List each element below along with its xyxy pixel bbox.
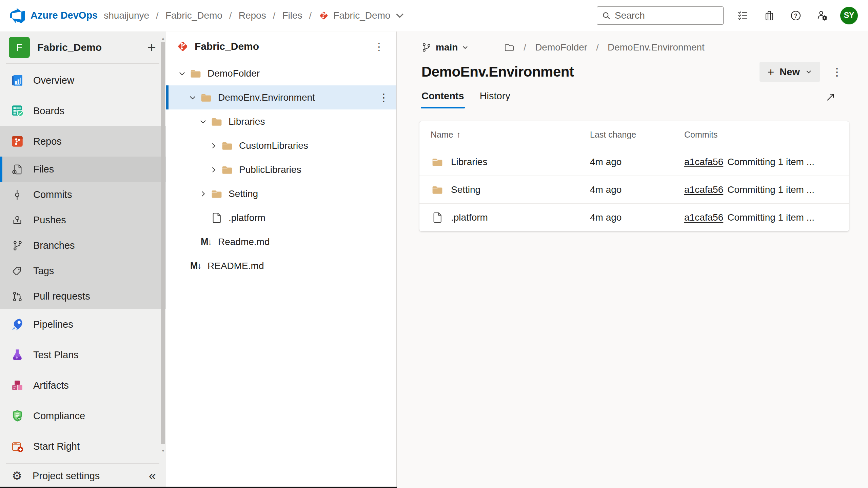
project-avatar[interactable]: F [9,37,30,58]
table-row-setting[interactable]: Setting4m agoa1cafa56Committing 1 item .… [419,176,849,203]
chevron-down-icon[interactable] [197,116,209,127]
tree-node-publiclibraries[interactable]: PublicLibraries [166,158,396,182]
sidebar-item-label: Pull requests [33,291,90,302]
tree-node--platform[interactable]: .platform [166,206,396,230]
scroll-up-arrow-icon[interactable]: ▲ [161,36,165,40]
last-change-cell: 4m ago [590,212,684,223]
sidebar-item-start-right[interactable]: Start Right [0,431,166,462]
scroll-down-arrow-icon[interactable]: ▼ [161,449,165,453]
add-project-item-button[interactable]: + [147,40,156,55]
tree-node-customlibraries[interactable]: CustomLibraries [166,134,396,158]
tree-node-demoenv-environment[interactable]: DemoEnv.Environment⋮ [166,85,396,109]
sidebar-item-label: Commits [33,189,72,200]
breadcrumb-org[interactable]: shuaijunye [104,10,149,21]
breadcrumb-project[interactable]: Fabric_Demo [165,10,222,21]
path-crumb-demofolder[interactable]: DemoFolder [535,42,587,53]
folder-outline-icon[interactable] [504,42,515,53]
breadcrumb-files[interactable]: Files [282,10,302,21]
sidebar-item-commits[interactable]: Commits [0,182,166,207]
tree-node-libraries[interactable]: Libraries [166,109,396,134]
sidebar-item-pipelines[interactable]: Pipelines [0,309,166,340]
file-name-cell: Libraries [431,155,590,169]
branch-selector[interactable]: main [421,42,469,53]
tree-node-kebab-icon[interactable]: ⋮ [376,92,396,103]
chevron-right-icon[interactable] [208,140,219,151]
commit-cell: a1cafa56Committing 1 item ... [684,212,849,223]
branches-icon [9,238,25,253]
brand-title[interactable]: Azure DevOps [31,10,98,21]
new-button[interactable]: + New [760,62,821,82]
checklist-icon[interactable] [736,8,750,23]
boards-icon [9,103,25,119]
column-header-commits[interactable]: Commits [684,130,849,140]
chevron-down-icon[interactable] [176,68,188,79]
sidebar-item-project-settings[interactable]: ⚙ Project settings « [0,464,166,488]
repo-selector[interactable]: Fabric_Demo [318,10,405,21]
file-name-label[interactable]: Libraries [451,157,487,167]
commit-id-link[interactable]: a1cafa56 [684,157,723,167]
svg-text:?: ? [794,13,797,19]
table-header: Name ↑ Last change Commits [419,121,849,148]
chevron-down-icon[interactable] [187,92,198,103]
breadcrumb-repos[interactable]: Repos [239,10,266,21]
more-actions-kebab-icon[interactable]: ⋮ [832,66,842,78]
chevron-spacer [176,260,188,272]
help-icon[interactable]: ? [789,8,803,23]
tab-history[interactable]: History [480,90,510,108]
sidebar-item-repos[interactable]: Repos [0,126,166,157]
table-row-libraries[interactable]: Libraries4m agoa1cafa56Committing 1 item… [419,148,849,176]
file-name-label[interactable]: .platform [451,212,488,223]
tree-node-label: DemoFolder [208,68,260,79]
path-breadcrumb: / DemoFolder / DemoEnv.Environment [504,42,704,53]
collapse-sidebar-button[interactable]: « [149,469,156,482]
sidebar-item-files[interactable]: Files [0,157,166,182]
azure-devops-logo-icon[interactable] [10,8,25,23]
path-separator: / [587,42,608,53]
table-row--platform[interactable]: .platform4m agoa1cafa56Committing 1 item… [419,203,849,231]
sidebar-item-label: Pushes [33,215,66,226]
sidebar-item-tags[interactable]: Tags [0,258,166,284]
sidebar-item-artifacts[interactable]: Artifacts [0,370,166,401]
column-header-name[interactable]: Name ↑ [431,130,590,140]
commit-message: Committing 1 item ... [727,157,814,167]
sidebar-item-overview[interactable]: Overview [0,65,166,96]
tree-node-readme-md[interactable]: M↓Readme.md [166,230,396,254]
sidebar-item-boards[interactable]: Boards [0,96,166,126]
commit-id-link[interactable]: a1cafa56 [684,184,723,195]
tree-repo-name: Fabric_Demo [195,41,259,52]
sidebar-item-compliance[interactable]: Compliance [0,401,166,431]
overview-icon [9,73,25,88]
sidebar-item-label: Branches [33,240,75,251]
tab-contents[interactable]: Contents [421,90,464,108]
chevron-spacer [187,236,198,248]
sidebar-item-branches[interactable]: Branches [0,233,166,258]
scrollbar-thumb[interactable] [161,42,165,444]
sidebar-bottom: ⚙ Project settings « [0,463,166,488]
user-avatar[interactable]: SY [840,7,858,24]
sidebar-item-test-plans[interactable]: Test Plans [0,340,166,370]
tree-header-kebab-icon[interactable]: ⋮ [371,41,387,53]
git-repo-icon [176,40,189,53]
marketplace-bag-icon[interactable] [762,8,776,23]
tree-node-readme-md[interactable]: M↓README.md [166,254,396,278]
commit-id-link[interactable]: a1cafa56 [684,212,723,223]
column-header-last-change[interactable]: Last change [590,130,684,140]
chevron-right-icon[interactable] [197,188,209,200]
path-crumb-current[interactable]: DemoEnv.Environment [608,42,705,53]
sidebar-item-pushes[interactable]: Pushes [0,207,166,233]
user-settings-icon[interactable] [815,8,829,23]
sidebar-item-pull-requests[interactable]: Pull requests [0,284,166,309]
plus-icon: + [768,66,774,78]
folder-icon [431,183,444,197]
folder-icon [198,90,214,105]
fullscreen-expand-icon[interactable] [825,92,835,108]
file-name-label[interactable]: Setting [451,184,480,195]
tree-node-label: Setting [229,188,258,199]
repos-icon [9,134,25,149]
search-input[interactable] [615,10,718,21]
chevron-right-icon[interactable] [208,164,219,176]
tree-node-setting[interactable]: Setting [166,182,396,206]
sidebar-item-label: Files [33,164,54,175]
folder-icon [431,155,444,169]
tree-node-demofolder[interactable]: DemoFolder [166,61,396,85]
